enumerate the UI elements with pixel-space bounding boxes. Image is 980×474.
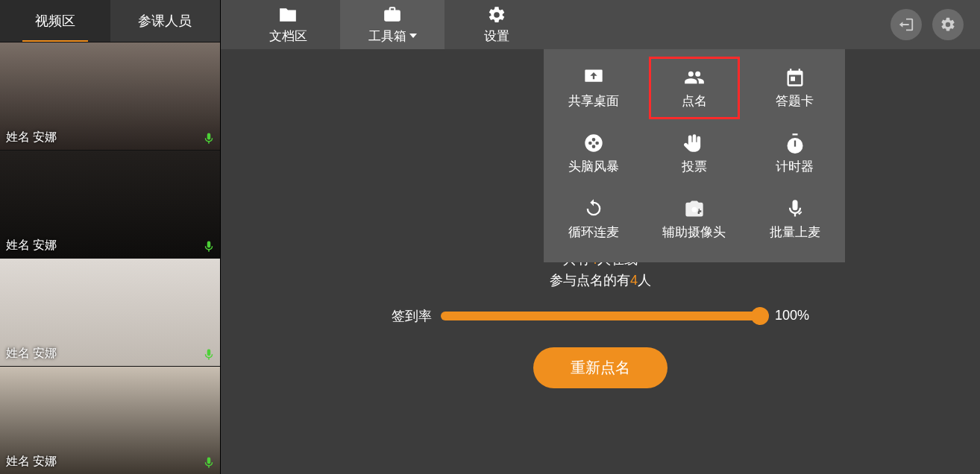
toolbox-icon xyxy=(383,5,402,25)
tool-label: 循环连麦 xyxy=(568,224,619,241)
tool-loop-mic[interactable]: 循环连麦 xyxy=(548,188,640,250)
tool-label: 批量上麦 xyxy=(770,224,820,241)
top-settings[interactable]: 设置 xyxy=(445,0,549,49)
tool-label: 共享桌面 xyxy=(568,92,619,110)
tool-label: 答题卡 xyxy=(776,92,814,110)
top-toolbox-label: 工具箱 xyxy=(368,28,417,45)
top-bar: 文档区 工具箱 设置 xyxy=(221,0,980,49)
participant-name: 姓名 安娜 xyxy=(0,452,63,471)
chevron-down-icon xyxy=(409,34,417,38)
top-doc-label: 文档区 xyxy=(269,28,307,45)
tool-roll-call[interactable]: 点名 xyxy=(649,57,741,119)
svg-point-0 xyxy=(691,206,697,212)
tool-share-desktop[interactable]: 共享桌面 xyxy=(548,57,640,119)
tool-label: 计时器 xyxy=(776,158,814,175)
topbar-right xyxy=(891,0,980,49)
mic-icon xyxy=(202,240,216,253)
video-cell[interactable]: 姓名 安娜 xyxy=(0,366,220,474)
toolbox-dropdown: 共享桌面 点名 答题卡 头脑风暴 投票 计时器 xyxy=(544,49,845,262)
tool-label: 头脑风暴 xyxy=(568,158,619,175)
attended-count-line: 参与点名的有4人 xyxy=(392,271,809,289)
main-area: 文档区 工具箱 设置 共享桌面 点名 xyxy=(221,0,980,474)
video-cell[interactable]: 姓名 安娜 xyxy=(0,42,220,150)
tool-brainstorm[interactable]: 头脑风暴 xyxy=(548,122,640,185)
participant-name: 姓名 安娜 xyxy=(0,128,63,147)
tool-batch-mic[interactable]: 批量上麦 xyxy=(749,188,841,250)
sidebar-tabs: 视频区 参课人员 xyxy=(0,0,220,42)
participant-name: 姓名 安娜 xyxy=(0,236,63,255)
mic-icon xyxy=(202,456,216,470)
tool-label: 点名 xyxy=(682,92,707,110)
settings-button[interactable] xyxy=(932,9,964,40)
top-doc-area[interactable]: 文档区 xyxy=(236,0,340,49)
film-icon xyxy=(583,133,604,154)
attendance-progress: 签到率 100% xyxy=(392,307,809,325)
participant-name: 姓名 安娜 xyxy=(0,344,63,363)
mic-icon xyxy=(202,132,216,145)
camera-plus-icon xyxy=(684,198,705,219)
gear-icon xyxy=(940,16,956,33)
gear-icon xyxy=(487,5,506,25)
video-sidebar: 视频区 参课人员 姓名 安娜 姓名 安娜 姓名 安娜 xyxy=(0,0,221,474)
folder-icon xyxy=(278,5,298,25)
hand-icon xyxy=(684,133,705,154)
rollcall-panel: 共有4人在线 参与点名的有4人 签到率 100% 重新点名 xyxy=(392,247,809,388)
tool-label: 辅助摄像头 xyxy=(662,224,726,241)
clock-icon xyxy=(785,133,805,154)
progress-knob xyxy=(753,309,767,323)
tool-label: 投票 xyxy=(682,158,707,175)
progress-label: 签到率 xyxy=(392,307,432,325)
calendar-icon xyxy=(785,67,805,88)
video-list: 姓名 安娜 姓名 安娜 姓名 安娜 姓名 xyxy=(0,42,220,474)
tab-video-area[interactable]: 视频区 xyxy=(0,0,110,42)
top-settings-label: 设置 xyxy=(484,28,509,45)
tool-answer-card[interactable]: 答题卡 xyxy=(749,57,841,119)
video-cell[interactable]: 姓名 安娜 xyxy=(0,150,220,258)
progress-value: 100% xyxy=(775,308,809,323)
exit-button[interactable] xyxy=(891,9,922,40)
tool-vote[interactable]: 投票 xyxy=(649,122,741,185)
top-toolbox[interactable]: 工具箱 xyxy=(340,0,445,49)
rollcall-again-button[interactable]: 重新点名 xyxy=(533,347,668,388)
mic-icon xyxy=(202,348,216,361)
loop-icon xyxy=(583,198,604,219)
tool-aux-camera[interactable]: 辅助摄像头 xyxy=(649,188,741,250)
progress-bar xyxy=(441,312,766,320)
share-icon xyxy=(583,67,604,88)
mic-check-icon xyxy=(785,198,805,219)
tool-timer[interactable]: 计时器 xyxy=(749,122,841,185)
tab-attendees[interactable]: 参课人员 xyxy=(110,0,221,42)
video-cell[interactable]: 姓名 安娜 xyxy=(0,258,220,366)
people-icon xyxy=(684,67,705,88)
exit-icon xyxy=(898,16,914,33)
